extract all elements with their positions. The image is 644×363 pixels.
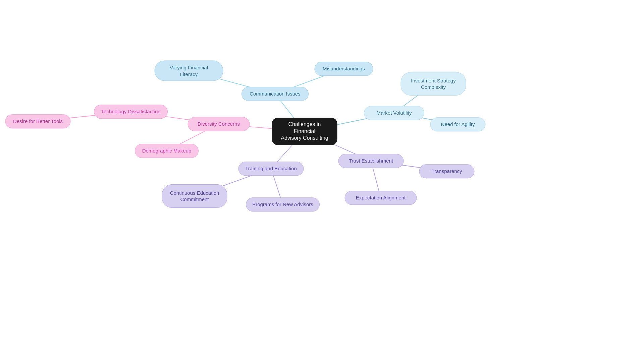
node-expectation_alignment: Expectation Alignment bbox=[345, 191, 417, 205]
node-technology_dissatisfaction: Technology Dissatisfaction bbox=[94, 105, 168, 119]
node-demographic_makeup: Demographic Makeup bbox=[135, 144, 199, 158]
node-trust_establishment: Trust Establishment bbox=[338, 154, 404, 168]
node-transparency: Transparency bbox=[419, 164, 475, 178]
mind-map: Challenges in Financial Advisory Consult… bbox=[0, 0, 644, 363]
connections-svg bbox=[0, 0, 644, 363]
node-need_for_agility: Need for Agility bbox=[430, 117, 486, 131]
node-continuous_education: Continuous Education Commitment bbox=[162, 184, 227, 208]
node-center: Challenges in Financial Advisory Consult… bbox=[272, 118, 337, 145]
node-diversity_concerns: Diversity Concerns bbox=[188, 117, 250, 131]
node-market_volatility: Market Volatility bbox=[364, 106, 424, 120]
node-communication_issues: Communication Issues bbox=[241, 87, 309, 101]
node-training_and_education: Training and Education bbox=[238, 162, 304, 176]
node-desire_for_better_tools: Desire for Better Tools bbox=[5, 114, 71, 128]
node-misunderstandings: Misunderstandings bbox=[315, 62, 373, 76]
node-investment_strategy_complexity: Investment Strategy Complexity bbox=[401, 72, 466, 96]
node-varying_financial_literacy: Varying Financial Literacy bbox=[155, 61, 223, 81]
node-programs_for_new_advisors: Programs for New Advisors bbox=[246, 197, 320, 211]
